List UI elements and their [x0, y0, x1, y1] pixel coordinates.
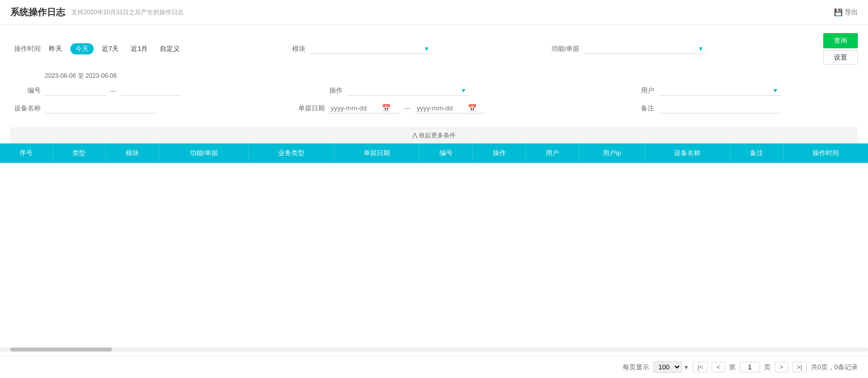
time-label: 操作时间	[10, 44, 41, 53]
filter-row-3: 设备名称 单据日期 📅 — 📅	[10, 103, 858, 113]
col-type: 类型	[52, 143, 105, 163]
page-wrapper: 系统操作日志 支持2020年10月31日之后产生的操作日志 💾 导出 操作时间 …	[0, 0, 868, 378]
time-btn-1month[interactable]: 近1月	[127, 43, 152, 54]
operation-label: 操作	[312, 86, 343, 95]
col-user: 用户	[526, 143, 579, 163]
operation-dropdown-icon: ▼	[461, 87, 467, 94]
calendar-to-icon[interactable]: 📅	[468, 104, 477, 112]
export-button[interactable]: 💾 导出	[834, 8, 858, 17]
page-input[interactable]	[740, 362, 760, 372]
collapse-bar[interactable]: ⋀ 收起更多条件	[10, 128, 858, 143]
filter-section: 操作时间 昨天 今天 近7天 近1月 自定义 模块 ▼	[0, 25, 868, 143]
remark-input[interactable]	[658, 103, 780, 113]
device-input[interactable]	[45, 103, 157, 113]
page-suffix: 页	[764, 363, 771, 372]
col-date: 单据日期	[334, 143, 419, 163]
time-btn-custom[interactable]: 自定义	[156, 43, 184, 54]
remark-filter-group: 备注	[619, 103, 797, 113]
function-filter-group: 功能/单据 ▼	[544, 44, 722, 54]
data-table: 序号 类型 模块 功能/单据 业务类型 单据日期 编号 操作 用户 用户ip 设…	[0, 143, 868, 163]
code-input-end[interactable]	[121, 85, 182, 96]
collapse-label: 收起更多条件	[419, 132, 456, 139]
page-title: 系统操作日志	[10, 6, 65, 18]
filter-row-2: 编号 — 操作 ▼ 用户	[10, 85, 858, 96]
device-filter-group: 设备名称	[10, 103, 183, 113]
time-filter-group: 操作时间 昨天 今天 近7天 近1月 自定义	[10, 43, 184, 54]
date-label: 单据日期	[294, 104, 325, 113]
per-page-select[interactable]: 100 50 200	[653, 361, 682, 373]
last-page-button[interactable]: >|	[792, 362, 807, 372]
collapse-icon: ⋀	[412, 132, 417, 139]
function-label: 功能/单据	[544, 44, 580, 53]
col-device: 设备名称	[645, 143, 730, 163]
date-from-wrapper: 📅	[329, 103, 400, 113]
user-select[interactable]: ▼	[658, 86, 780, 96]
module-dropdown-icon: ▼	[424, 45, 430, 52]
remark-label: 备注	[619, 104, 654, 113]
operation-select[interactable]: ▼	[347, 86, 469, 96]
calendar-from-icon[interactable]: 📅	[382, 104, 390, 112]
first-page-button[interactable]: |<	[693, 362, 708, 372]
date-to-input[interactable]	[417, 104, 468, 112]
dropdown-arrow-icon: ▼	[684, 364, 689, 370]
time-options: 昨天 今天 近7天 近1月 自定义	[45, 43, 184, 54]
date-from-input[interactable]	[331, 104, 382, 112]
time-range-display: 2023-06-06 至 2023-06-06	[45, 72, 858, 80]
module-label: 模块	[275, 44, 305, 53]
query-button[interactable]: 查询	[823, 33, 858, 48]
table-header: 序号 类型 模块 功能/单据 业务类型 单据日期 编号 操作 用户 用户ip 设…	[0, 143, 868, 163]
scrollbar-thumb[interactable]	[10, 347, 112, 352]
col-operation: 操作	[472, 143, 525, 163]
page-subtitle: 支持2020年10月31日之后产生的操作日志	[71, 8, 184, 17]
date-filter-group: 单据日期 📅 — 📅	[294, 103, 508, 113]
col-module: 模块	[106, 143, 159, 163]
date-to-wrapper: 📅	[415, 103, 486, 113]
scrollbar-area	[0, 343, 868, 356]
per-page-label: 每页显示	[623, 363, 649, 372]
user-dropdown-icon: ▼	[772, 87, 778, 94]
code-label: 编号	[10, 86, 41, 95]
scrollbar-track	[0, 347, 868, 352]
code-dash: —	[110, 87, 117, 95]
device-label: 设备名称	[10, 104, 41, 113]
time-btn-7days[interactable]: 近7天	[98, 43, 123, 54]
time-btn-yesterday[interactable]: 昨天	[45, 43, 66, 54]
col-biztype: 业务类型	[249, 143, 334, 163]
col-optime: 操作时间	[783, 143, 868, 163]
function-select[interactable]: ▼	[584, 44, 706, 54]
code-input-start[interactable]	[45, 85, 106, 96]
function-dropdown-icon: ▼	[698, 45, 704, 52]
date-dash: —	[404, 104, 411, 112]
header-left: 系统操作日志 支持2020年10月31日之后产生的操作日志	[10, 6, 184, 18]
module-filter-group: 模块 ▼	[275, 44, 453, 54]
table-header-row: 序号 类型 模块 功能/单据 业务类型 单据日期 编号 操作 用户 用户ip 设…	[0, 143, 868, 163]
export-label: 导出	[845, 8, 858, 17]
user-label: 用户	[619, 86, 654, 95]
filter-rows-wrapper: 操作时间 昨天 今天 近7天 近1月 自定义 模块 ▼	[10, 33, 858, 128]
filter-row-1: 操作时间 昨天 今天 近7天 近1月 自定义 模块 ▼	[10, 33, 858, 65]
next-page-button[interactable]: >	[775, 362, 788, 372]
pagination-area: 每页显示 100 50 200 ▼ |< < 第 页 > >| 共0页，0条记录	[0, 356, 868, 378]
user-filter-group: 用户 ▼	[619, 86, 797, 96]
action-buttons: 查询 设置	[823, 33, 858, 65]
code-filter-group: 编号 —	[10, 85, 183, 96]
settings-button[interactable]: 设置	[823, 50, 858, 65]
col-seq: 序号	[0, 143, 52, 163]
export-icon: 💾	[834, 8, 843, 16]
table-container: 序号 类型 模块 功能/单据 业务类型 单据日期 编号 操作 用户 用户ip 设…	[0, 143, 868, 343]
col-function: 功能/单据	[159, 143, 248, 163]
col-code: 编号	[419, 143, 472, 163]
time-btn-today[interactable]: 今天	[70, 43, 94, 54]
page-label: 第	[729, 363, 736, 372]
operation-filter-group: 操作 ▼	[312, 86, 490, 96]
page-header: 系统操作日志 支持2020年10月31日之后产生的操作日志 💾 导出	[0, 0, 868, 25]
prev-page-button[interactable]: <	[712, 362, 725, 372]
col-remark: 备注	[730, 143, 783, 163]
col-userip: 用户ip	[579, 143, 645, 163]
module-select[interactable]: ▼	[310, 44, 432, 54]
total-info: 共0页，0条记录	[811, 363, 858, 372]
